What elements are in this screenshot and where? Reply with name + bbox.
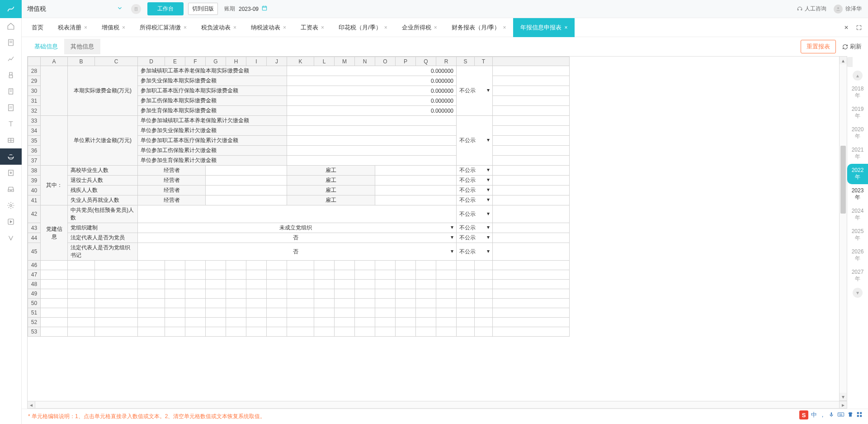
nav-v-icon[interactable] [0,230,22,246]
cell[interactable] [493,136,570,146]
cell[interactable]: 0.000000 [287,86,457,96]
cell[interactable]: 0.000000 [287,96,457,106]
tab-close-icon[interactable]: × [503,24,506,31]
year-item[interactable]: 2019年 [847,103,868,123]
year-item[interactable]: 2026年 [847,245,868,266]
cell[interactable] [335,318,355,327]
cell[interactable] [246,308,267,318]
cell[interactable] [267,289,287,299]
cell[interactable] [355,327,375,337]
cell[interactable]: 法定代表人是否为党组织书记 [68,243,138,261]
cell[interactable] [185,327,206,337]
year-item[interactable]: 2023年 [847,184,868,205]
cell[interactable] [475,270,493,280]
cell[interactable] [436,280,457,289]
cell[interactable] [267,318,287,327]
cell[interactable]: 高校毕业生人数 [68,166,138,176]
consult-link[interactable]: 人工咨询 [797,5,826,13]
scroll-track[interactable] [840,64,847,393]
cell[interactable] [95,308,138,318]
cell[interactable] [457,270,475,280]
cell[interactable] [475,289,493,299]
cell[interactable] [185,318,206,327]
cell[interactable] [493,261,570,270]
row-header[interactable]: 48 [28,280,41,289]
cell[interactable] [41,308,68,318]
cell[interactable] [246,289,267,299]
cell-dropdown[interactable]: 不公示▾ [457,243,493,261]
cell[interactable] [493,243,570,261]
cell[interactable] [165,299,185,308]
nav-grid-icon[interactable] [0,132,22,148]
tab-item[interactable]: 工资表× [293,18,331,37]
cell[interactable] [165,261,185,270]
cell[interactable] [287,299,314,308]
cell[interactable] [226,327,246,337]
cell[interactable] [68,270,95,280]
scroll-right-icon[interactable]: ▸ [839,401,847,408]
cell[interactable] [165,308,185,318]
cell[interactable]: 参加失业保险本期实际缴费金额 [138,76,287,86]
row-header[interactable]: 46 [28,261,41,270]
cell[interactable]: 本期实际缴费金额(万元) [68,66,138,116]
cell[interactable] [493,308,570,318]
cell[interactable] [287,289,314,299]
cell[interactable] [493,76,570,86]
cell-dropdown[interactable]: 不公示▾ [457,195,493,205]
row-header[interactable]: 28 [28,66,41,76]
col-header[interactable]: E [165,57,185,66]
ime-keyboard-icon[interactable] [837,411,844,419]
title-dropdown-icon[interactable] [117,5,123,13]
nav-settings-icon[interactable] [0,197,22,214]
cell-dropdown[interactable]: 不公示▾ [457,176,493,186]
cell[interactable] [335,289,355,299]
cell[interactable] [375,299,396,308]
cell[interactable] [475,299,493,308]
cell[interactable] [493,156,570,166]
cell[interactable] [226,289,246,299]
cell[interactable]: 0.000000 [287,76,457,86]
cell[interactable] [355,318,375,327]
cell[interactable] [267,299,287,308]
cell[interactable] [226,261,246,270]
nav-export-icon[interactable] [0,165,22,181]
cell[interactable] [436,327,457,337]
cell[interactable] [416,327,436,337]
cell[interactable] [457,318,475,327]
cell[interactable] [314,261,335,270]
cell[interactable] [375,261,396,270]
cell[interactable] [416,318,436,327]
row-header[interactable]: 34 [28,126,41,136]
cell[interactable] [436,308,457,318]
cell[interactable] [375,280,396,289]
cell[interactable]: 经营者 [138,176,206,186]
cell[interactable] [493,327,570,337]
nav-calc-icon[interactable] [0,100,22,116]
cell[interactable] [457,327,475,337]
cell[interactable] [396,308,416,318]
cell[interactable] [185,299,206,308]
cell[interactable] [287,270,314,280]
row-header[interactable]: 53 [28,327,41,337]
cell[interactable] [246,327,267,337]
tab-close-icon[interactable]: × [184,24,187,31]
cell[interactable] [138,280,165,289]
cell[interactable] [396,327,416,337]
cell[interactable] [375,270,396,280]
cell[interactable]: 中共党员(包括预备党员)人数 [68,205,138,223]
row-header[interactable]: 37 [28,156,41,166]
cell[interactable] [493,299,570,308]
cell[interactable] [226,308,246,318]
cell[interactable] [138,318,165,327]
cell[interactable]: 残疾人人数 [68,186,138,195]
tab-item[interactable]: 纳税波动表× [244,18,293,37]
cell[interactable] [287,116,457,126]
cell[interactable] [206,261,226,270]
cell[interactable] [457,261,475,270]
row-header[interactable]: 51 [28,308,41,318]
col-header[interactable]: C [95,57,138,66]
cell[interactable] [335,261,355,270]
cell[interactable] [206,299,226,308]
cell[interactable] [287,126,457,136]
cell[interactable] [165,327,185,337]
